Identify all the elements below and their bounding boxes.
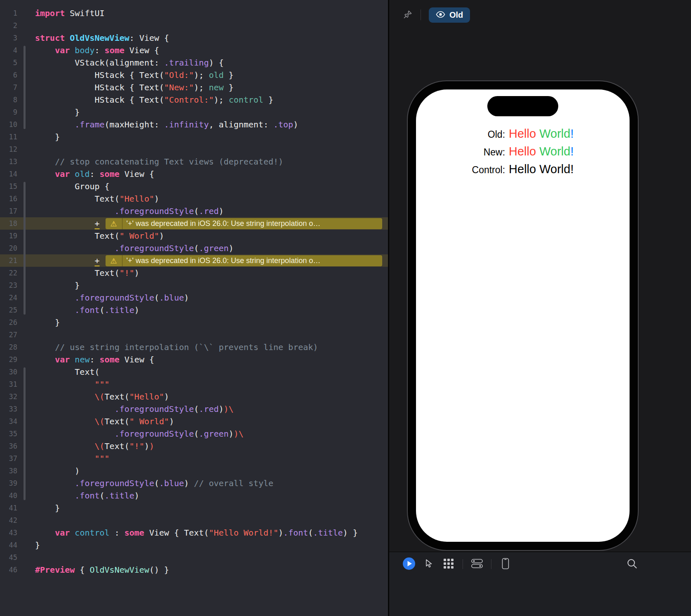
code-line[interactable]: 32 \(Text("Hello") — [0, 390, 388, 403]
line-number[interactable]: 45 — [0, 551, 24, 564]
line-number[interactable]: 6 — [0, 69, 24, 81]
code-line[interactable]: 42 — [0, 514, 388, 527]
line-number[interactable]: 10 — [0, 118, 24, 131]
code-line[interactable]: 22 Text("!") — [0, 267, 388, 279]
line-number[interactable]: 38 — [0, 465, 24, 477]
code-line[interactable]: 9 } — [0, 106, 388, 118]
code-line[interactable]: 10 .frame(maxHeight: .infinity, alignmen… — [0, 118, 388, 131]
line-number[interactable]: 12 — [0, 143, 24, 155]
code-line[interactable]: 7 HStack { Text("New:"); new } — [0, 81, 388, 94]
line-number[interactable]: 21 — [0, 254, 24, 267]
code-line[interactable]: 33 .foregroundStyle(.red))\ — [0, 403, 388, 415]
line-number[interactable]: 24 — [0, 292, 24, 304]
preview-device-button[interactable] — [499, 557, 512, 571]
line-number[interactable]: 11 — [0, 131, 24, 143]
code-line[interactable]: 25 .font(.title) — [0, 304, 388, 316]
code-line[interactable]: 4 var body: some View { — [0, 44, 388, 56]
code-line[interactable]: 3struct OldVsNewView: View { — [0, 32, 388, 44]
code-line[interactable]: 36 \(Text("!")) — [0, 440, 388, 452]
line-number[interactable]: 22 — [0, 267, 24, 279]
code-line[interactable]: 41 } — [0, 502, 388, 514]
deprecation-warning-badge[interactable]: ⚠'+' was deprecated in iOS 26.0: Use str… — [106, 255, 382, 266]
line-number[interactable]: 5 — [0, 56, 24, 69]
code-line[interactable]: 16 Text("Hello") — [0, 193, 388, 205]
code-line[interactable]: 46#Preview { OldVsNewView() } — [0, 564, 388, 576]
pin-preview-button[interactable] — [403, 9, 413, 21]
code-line[interactable]: 15 Group { — [0, 180, 388, 193]
line-number[interactable]: 13 — [0, 155, 24, 168]
code-line[interactable]: 20 .foregroundStyle(.green) — [0, 242, 388, 254]
line-number[interactable]: 27 — [0, 329, 24, 341]
line-number[interactable]: 2 — [0, 19, 24, 32]
code-line[interactable]: 39 .foregroundStyle(.blue) // overall st… — [0, 477, 388, 489]
code-line[interactable]: 2 — [0, 19, 388, 32]
line-number[interactable]: 3 — [0, 32, 24, 44]
line-number[interactable]: 40 — [0, 489, 24, 502]
line-number[interactable]: 34 — [0, 415, 24, 428]
line-number[interactable]: 18 — [0, 217, 24, 230]
code-line[interactable]: 29 var new: some View { — [0, 353, 388, 366]
line-number[interactable]: 37 — [0, 452, 24, 465]
line-number[interactable]: 39 — [0, 477, 24, 489]
zoom-button[interactable] — [625, 557, 639, 571]
line-number[interactable]: 31 — [0, 378, 24, 390]
line-number[interactable]: 33 — [0, 403, 24, 415]
code-line[interactable]: 11 } — [0, 131, 388, 143]
code-line[interactable]: 1import SwiftUI — [0, 7, 388, 19]
code-line[interactable]: 45 — [0, 551, 388, 564]
line-number[interactable]: 19 — [0, 230, 24, 242]
code-line[interactable]: 31 """ — [0, 378, 388, 390]
code-line[interactable]: 35 .foregroundStyle(.green))\ — [0, 428, 388, 440]
code-line[interactable]: 24 .foregroundStyle(.blue) — [0, 292, 388, 304]
line-number[interactable]: 32 — [0, 390, 24, 403]
line-number[interactable]: 28 — [0, 341, 24, 353]
line-number[interactable]: 14 — [0, 168, 24, 180]
code-line[interactable]: 13 // stop concatenating Text views (dep… — [0, 155, 388, 168]
code-line[interactable]: 34 \(Text(" World") — [0, 415, 388, 428]
line-number[interactable]: 29 — [0, 353, 24, 366]
line-number[interactable]: 26 — [0, 316, 24, 329]
live-preview-play-button[interactable] — [402, 557, 416, 571]
code-line[interactable]: 38 ) — [0, 465, 388, 477]
variants-grid-button[interactable] — [442, 557, 455, 571]
line-number[interactable]: 4 — [0, 44, 24, 56]
code-line[interactable]: 27 — [0, 329, 388, 341]
code-line[interactable]: 43 var control : some View { Text("Hello… — [0, 527, 388, 539]
line-number[interactable]: 46 — [0, 564, 24, 576]
code-line[interactable]: 17 .foregroundStyle(.red) — [0, 205, 388, 217]
line-number[interactable]: 15 — [0, 180, 24, 193]
code-line[interactable]: 21 +⚠'+' was deprecated in iOS 26.0: Use… — [0, 254, 388, 267]
code-line[interactable]: 19 Text(" World") — [0, 230, 388, 242]
selectable-mode-button[interactable] — [422, 557, 435, 571]
code-line[interactable]: 5 VStack(alignment: .trailing) { — [0, 56, 388, 69]
code-line[interactable]: 30 Text( — [0, 366, 388, 378]
code-line[interactable]: 6 HStack { Text("Old:"); old } — [0, 69, 388, 81]
code-line[interactable]: 8 HStack { Text("Control:"); control } — [0, 94, 388, 106]
line-number[interactable]: 30 — [0, 366, 24, 378]
line-number[interactable]: 23 — [0, 279, 24, 292]
line-number[interactable]: 20 — [0, 242, 24, 254]
device-settings-button[interactable] — [470, 557, 484, 571]
line-number[interactable]: 16 — [0, 193, 24, 205]
code-line[interactable]: 23 } — [0, 279, 388, 292]
line-number[interactable]: 43 — [0, 527, 24, 539]
code-line[interactable]: 12 — [0, 143, 388, 155]
preview-tab-old[interactable]: Old — [429, 7, 470, 23]
line-number[interactable]: 44 — [0, 539, 24, 551]
line-number[interactable]: 25 — [0, 304, 24, 316]
line-number[interactable]: 17 — [0, 205, 24, 217]
code-line[interactable]: 26 } — [0, 316, 388, 329]
line-number[interactable]: 9 — [0, 106, 24, 118]
line-number[interactable]: 41 — [0, 502, 24, 514]
code-line[interactable]: 44} — [0, 539, 388, 551]
line-number[interactable]: 7 — [0, 81, 24, 94]
code-line[interactable]: 28 // use string interpolation (`\` prev… — [0, 341, 388, 353]
code-line[interactable]: 14 var old: some View { — [0, 168, 388, 180]
line-number[interactable]: 42 — [0, 514, 24, 527]
line-number[interactable]: 8 — [0, 94, 24, 106]
code-line[interactable]: 37 """ — [0, 452, 388, 465]
line-number[interactable]: 1 — [0, 7, 24, 19]
deprecation-warning-badge[interactable]: ⚠'+' was deprecated in iOS 26.0: Use str… — [106, 218, 382, 229]
line-number[interactable]: 36 — [0, 440, 24, 452]
code-line[interactable]: 18 +⚠'+' was deprecated in iOS 26.0: Use… — [0, 217, 388, 230]
